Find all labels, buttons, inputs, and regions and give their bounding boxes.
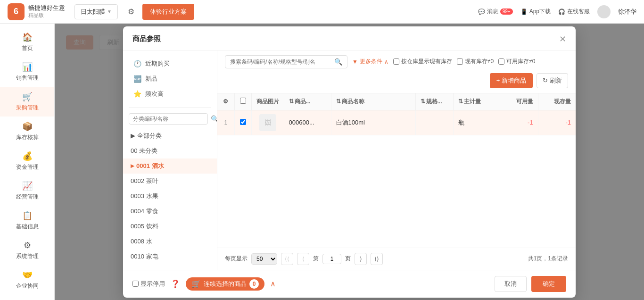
expand-icon-0001: ▶: [131, 163, 134, 168]
search-icon[interactable]: 🔍: [211, 115, 217, 123]
row-num: 1: [217, 110, 234, 135]
warehouse-filter-label: 按仓库显示现有库存: [401, 58, 452, 66]
show-disabled-filter[interactable]: 显示停用: [132, 280, 165, 288]
sidebar-item-system-label: 系统管理: [16, 252, 39, 260]
usable-filter[interactable]: 可用库存≠0: [498, 58, 535, 66]
dialog-right-panel: 🔍 ▼ 更多条件 ∧ 按仓库显示现有库存: [217, 50, 576, 270]
th-product-code[interactable]: ⇅ 商品...: [284, 93, 331, 110]
app-name: 畅捷通好生意: [28, 4, 65, 12]
th-stock: 现存量: [538, 93, 576, 110]
product-stock-cell: -1: [538, 110, 576, 135]
next-page-button[interactable]: ⟩: [355, 253, 367, 265]
confirm-button[interactable]: 确定: [531, 276, 566, 292]
sidebar-item-inventory[interactable]: 📦 库存核算: [0, 117, 54, 146]
cancel-button[interactable]: 取消: [495, 276, 527, 292]
table-row[interactable]: 1 🖼 000600...: [217, 110, 576, 135]
product-search-input[interactable]: [230, 58, 331, 65]
main-layout: 🏠 首页 📊 销售管理 🛒 采购管理 📦 库存核算 💰 资金管理 📈 经营管理 …: [0, 24, 644, 300]
dialog-overlay: 商品参照 ✕ 🕐 近期购买 🆕 新品: [55, 24, 644, 300]
quick-nav-recent[interactable]: 🕐 近期购买: [129, 56, 211, 71]
sidebar-item-collab[interactable]: 🤝 企业协同: [0, 265, 54, 295]
usable-checkbox[interactable]: [498, 58, 504, 65]
messages-nav-item[interactable]: 💬 消息 99+: [478, 8, 513, 16]
quick-nav-frequent-label: 频次高: [145, 90, 164, 98]
chevron-down-icon: ▼: [107, 9, 112, 14]
settings-icon[interactable]: ⚙: [124, 4, 139, 19]
warehouse-checkbox[interactable]: [393, 58, 399, 65]
product-unit: 瓶: [458, 119, 464, 126]
sidebar-item-guide[interactable]: 🌟 新手引导: [0, 295, 54, 300]
sidebar-item-operations[interactable]: 📈 经营管理: [0, 176, 54, 206]
first-page-button[interactable]: ⟨⟨: [281, 253, 293, 265]
footer-right: 取消 确定: [495, 276, 566, 292]
online-service-nav-item[interactable]: 🎧 在线客服: [558, 8, 590, 16]
nav-selector-text: 日太阳膜: [81, 8, 105, 16]
th-unit[interactable]: ⇅ 主计量: [453, 93, 491, 110]
cart-selection[interactable]: 🛒 连续选择的商品 0: [186, 277, 264, 291]
sidebar-item-home[interactable]: 🏠 首页: [0, 27, 54, 57]
th-spec[interactable]: ⇅ 规格...: [415, 93, 453, 110]
show-disabled-checkbox[interactable]: [132, 281, 139, 287]
app-download-nav-item[interactable]: 📱 App下载: [520, 8, 551, 16]
frequent-icon: ⭐: [133, 90, 141, 98]
th-spec-sort: ⇅ 规格...: [421, 98, 448, 106]
available-filter[interactable]: 现有库存≠0: [457, 58, 494, 66]
add-product-button[interactable]: + 新增商品: [490, 73, 533, 88]
row-checkbox[interactable]: [240, 119, 246, 125]
category-search: 🔍: [123, 109, 217, 128]
th-stock-label: 现存量: [554, 98, 571, 105]
category-search-input[interactable]: [129, 113, 208, 125]
category-item-0001[interactable]: ▶ 0001 酒水: [123, 158, 217, 174]
sales-icon: 📊: [22, 62, 33, 72]
category-item-0008-label: 0008 水: [131, 237, 152, 246]
purchase-icon: 🛒: [22, 92, 33, 102]
sidebar-item-system[interactable]: ⚙ 系统管理: [0, 235, 54, 265]
sidebar-item-finance[interactable]: 💰 资金管理: [0, 146, 54, 176]
expand-icon[interactable]: ∧: [270, 279, 276, 288]
product-search-box: 🔍: [225, 55, 347, 68]
expand-icon: ▶: [131, 132, 135, 139]
warehouse-filter[interactable]: 按仓库显示现有库存: [393, 58, 452, 66]
th-product-name[interactable]: ⇅ 商品名称: [331, 93, 415, 110]
page-size-select[interactable]: 50 20 100: [251, 253, 277, 265]
refresh-button[interactable]: ↻ 刷新: [537, 73, 568, 88]
available-checkbox[interactable]: [457, 58, 463, 65]
category-item-0003[interactable]: 0003 水果: [123, 189, 217, 204]
sidebar-item-sales[interactable]: 📊 销售管理: [0, 57, 54, 87]
row-checkbox-cell: [234, 110, 251, 135]
category-item-0010[interactable]: 0010 家电: [123, 249, 217, 264]
experience-button[interactable]: 体验行业方案: [142, 4, 194, 20]
sidebar-item-purchase[interactable]: 🛒 采购管理: [0, 87, 54, 117]
avatar: [597, 5, 611, 18]
quick-nav-new[interactable]: 🆕 新品: [129, 71, 211, 86]
last-page-button[interactable]: ⟩⟩: [371, 253, 383, 265]
nav-selector[interactable]: 日太阳膜 ▼: [74, 4, 118, 19]
product-available-cell: -1: [491, 110, 538, 135]
category-item-0005[interactable]: 0005 饮料: [123, 219, 217, 234]
sort-up-icon4: ⇅: [458, 98, 463, 105]
product-search-icon[interactable]: 🔍: [334, 58, 342, 66]
sidebar-item-basic-info[interactable]: 📋 基础信息: [0, 206, 54, 235]
logo-text-block: 畅捷通好生意 精品版: [28, 4, 65, 19]
category-item-00[interactable]: 00 未分类: [123, 143, 217, 158]
th-settings[interactable]: ⚙: [217, 93, 234, 110]
page-label-2: 页: [345, 255, 351, 263]
sidebar-item-collab-label: 企业协同: [16, 282, 39, 290]
more-conditions-toggle[interactable]: ▼ 更多条件 ∧: [352, 58, 388, 66]
product-table: ⚙ 商品图片: [217, 93, 576, 135]
logo-area: 6 畅捷通好生意 精品版: [8, 3, 65, 20]
close-icon[interactable]: ✕: [559, 34, 566, 44]
category-item-0002-label: 0002 茶叶: [131, 177, 158, 185]
help-icon[interactable]: ❓: [171, 279, 180, 288]
category-item-0003-label: 0003 水果: [131, 192, 158, 200]
category-item-all[interactable]: ▶ 全部分类: [123, 128, 217, 143]
category-item-0004[interactable]: 0004 零食: [123, 204, 217, 219]
page-number-input[interactable]: [322, 254, 341, 264]
app-sub: 精品版: [28, 12, 65, 19]
sidebar-item-sales-label: 销售管理: [16, 74, 39, 82]
category-item-0002[interactable]: 0002 茶叶: [123, 174, 217, 189]
select-all-checkbox[interactable]: [240, 98, 246, 104]
category-item-0008[interactable]: 0008 水: [123, 234, 217, 249]
quick-nav-frequent[interactable]: ⭐ 频次高: [129, 86, 211, 101]
prev-page-button[interactable]: ⟨: [297, 253, 309, 265]
